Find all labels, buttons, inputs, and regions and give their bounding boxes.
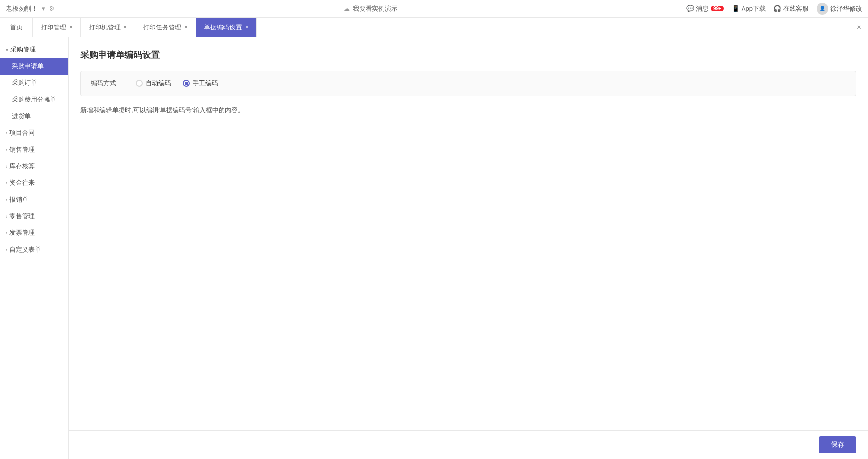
procurement-label: 采购管理 — [10, 45, 36, 54]
retail-label: 零售管理 — [9, 212, 35, 221]
sidebar-group-retail[interactable]: › 零售管理 — [0, 208, 68, 225]
tab-single-code[interactable]: 单据编码设置 × — [196, 18, 257, 37]
tab-printer-management[interactable]: 打印机管理 × — [81, 18, 135, 37]
tab-single-code-close[interactable]: × — [245, 24, 248, 31]
message-label: 消息 — [696, 4, 709, 13]
retail-arrow-icon: › — [6, 214, 7, 219]
capital-arrow-icon: › — [6, 180, 7, 186]
sidebar-item-purchase-request[interactable]: 采购申请单 — [0, 58, 68, 75]
sidebar-group-inventory[interactable]: › 库存核算 — [0, 158, 68, 175]
sales-label: 销售管理 — [9, 145, 35, 154]
sidebar-item-purchase-expense-label: 采购费用分摊单 — [12, 96, 56, 103]
top-bar: 老板勿削！ ▾ ⚙ ☁ 我要看实例演示 💬 消息 99+ 📱 App下载 🎧 在… — [0, 0, 868, 18]
headset-icon: 🎧 — [773, 5, 781, 12]
tab-bar-close-button[interactable]: × — [850, 23, 868, 32]
avatar: 👤 — [817, 3, 828, 15]
tab-print-task-label: 打印任务管理 — [143, 23, 181, 32]
user-label: 徐泽华修改 — [830, 4, 862, 13]
project-contract-arrow-icon: › — [6, 130, 7, 136]
app-download-nav[interactable]: 📱 App下载 — [732, 4, 766, 13]
sidebar-group-capital[interactable]: › 资金往来 — [0, 175, 68, 191]
sidebar-group-project-contract[interactable]: › 项目合同 — [0, 125, 68, 141]
sidebar-item-purchase-order[interactable]: 采购订单 — [0, 75, 68, 91]
sidebar-group-sales[interactable]: › 销售管理 — [0, 141, 68, 158]
radio-manual[interactable]: 手工编码 — [183, 79, 218, 88]
online-service-nav[interactable]: 🎧 在线客服 — [773, 4, 809, 13]
message-badge: 99+ — [711, 6, 724, 11]
procurement-arrow-icon: ▾ — [6, 47, 8, 52]
dropdown-icon[interactable]: ▾ — [42, 5, 45, 12]
capital-label: 资金往来 — [9, 178, 35, 187]
tab-bar: 首页 打印管理 × 打印机管理 × 打印任务管理 × 单据编码设置 × × — [0, 18, 868, 37]
sidebar-group-procurement-title[interactable]: ▾ 采购管理 — [0, 41, 68, 58]
tab-home[interactable]: 首页 — [0, 18, 33, 37]
footer-bar: 保存 — [69, 430, 868, 459]
app-icon: 📱 — [732, 5, 740, 12]
service-label: 在线客服 — [783, 4, 809, 13]
tab-print-management-label: 打印管理 — [41, 23, 66, 32]
tab-home-label: 首页 — [10, 23, 23, 32]
sidebar-group-invoice[interactable]: › 发票管理 — [0, 225, 68, 241]
main-content: 采购申请单编码设置 编码方式 自动编码 手工编码 新增和编辑单据时,可以编辑'单… — [69, 37, 868, 459]
returns-arrow-icon: › — [6, 197, 7, 203]
encoding-label: 编码方式 — [91, 79, 116, 88]
radio-manual-label: 手工编码 — [193, 79, 218, 88]
sales-arrow-icon: › — [6, 147, 7, 153]
user-nav[interactable]: 👤 徐泽华修改 — [817, 3, 862, 15]
inventory-arrow-icon: › — [6, 164, 7, 169]
sidebar: ▾ 采购管理 采购申请单 采购订单 采购费用分摊单 进货单 › 项目合同 › 销… — [0, 37, 69, 459]
radio-manual-circle — [183, 80, 190, 87]
page-title: 采购申请单编码设置 — [80, 49, 856, 61]
layout: ▾ 采购管理 采购申请单 采购订单 采购费用分摊单 进货单 › 项目合同 › 销… — [0, 37, 868, 459]
custom-form-arrow-icon: › — [6, 247, 7, 253]
message-nav[interactable]: 💬 消息 99+ — [686, 4, 724, 13]
radio-auto-label: 自动编码 — [146, 79, 171, 88]
returns-label: 报销单 — [9, 195, 28, 204]
top-bar-left: 老板勿削！ ▾ ⚙ — [6, 4, 55, 13]
sidebar-group-returns[interactable]: › 报销单 — [0, 191, 68, 208]
tab-print-management[interactable]: 打印管理 × — [33, 18, 81, 37]
content-area: 采购申请单编码设置 编码方式 自动编码 手工编码 新增和编辑单据时,可以编辑'单… — [69, 37, 868, 430]
sidebar-item-purchase-order-label: 采购订单 — [12, 79, 37, 86]
tab-printer-management-close[interactable]: × — [124, 24, 127, 31]
sidebar-group-custom-form[interactable]: › 自定义表单 — [0, 241, 68, 258]
inventory-label: 库存核算 — [9, 162, 35, 171]
save-button[interactable]: 保存 — [819, 436, 856, 453]
sidebar-group-procurement: ▾ 采购管理 采购申请单 采购订单 采购费用分摊单 进货单 — [0, 41, 68, 125]
tab-single-code-label: 单据编码设置 — [204, 23, 242, 32]
message-icon: 💬 — [686, 5, 694, 12]
top-bar-center: ☁ 我要看实例演示 — [344, 4, 397, 13]
settings-icon[interactable]: ⚙ — [49, 5, 55, 12]
radio-auto-circle — [136, 80, 143, 87]
tab-print-task[interactable]: 打印任务管理 × — [135, 18, 196, 37]
tab-print-task-close[interactable]: × — [184, 24, 188, 31]
radio-auto[interactable]: 自动编码 — [136, 79, 171, 88]
brand-label: 老板勿削！ — [6, 4, 38, 13]
radio-group: 自动编码 手工编码 — [136, 79, 218, 88]
hint-text: 新增和编辑单据时,可以编辑'单据编码号'输入框中的内容。 — [80, 106, 856, 115]
center-text[interactable]: 我要看实例演示 — [353, 4, 397, 13]
invoice-arrow-icon: › — [6, 230, 7, 236]
encoding-form: 编码方式 自动编码 手工编码 — [80, 71, 856, 96]
sidebar-item-receipt-label: 进货单 — [12, 112, 31, 120]
top-bar-right: 💬 消息 99+ 📱 App下载 🎧 在线客服 👤 徐泽华修改 — [686, 3, 862, 15]
sidebar-item-purchase-expense[interactable]: 采购费用分摊单 — [0, 91, 68, 108]
invoice-label: 发票管理 — [9, 229, 35, 237]
sidebar-item-purchase-request-label: 采购申请单 — [12, 62, 44, 70]
app-label: App下载 — [742, 4, 766, 13]
sidebar-item-receipt[interactable]: 进货单 — [0, 108, 68, 125]
project-contract-label: 项目合同 — [9, 128, 35, 137]
cloud-icon: ☁ — [344, 5, 350, 12]
custom-form-label: 自定义表单 — [9, 245, 41, 254]
tab-printer-management-label: 打印机管理 — [89, 23, 121, 32]
tab-print-management-close[interactable]: × — [69, 24, 73, 31]
